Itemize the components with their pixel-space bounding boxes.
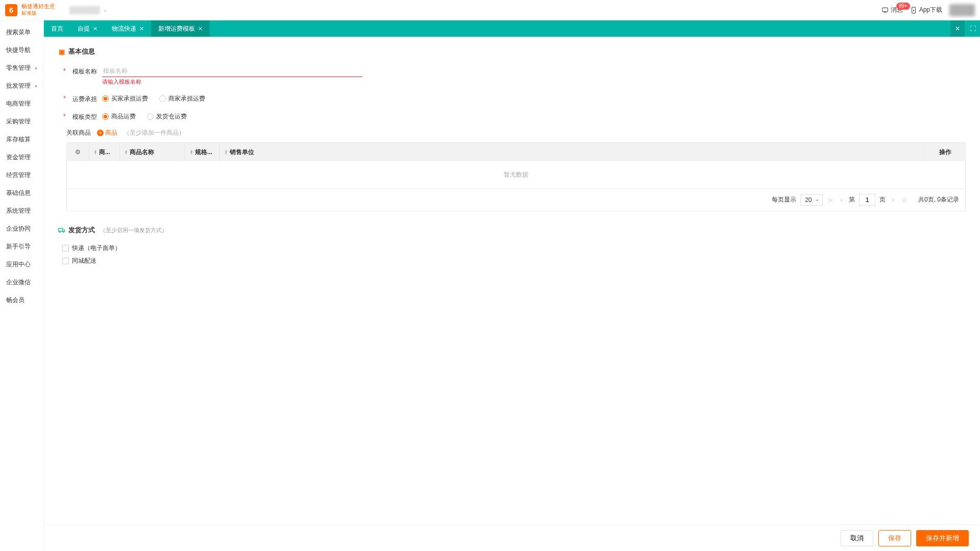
save-and-new-button[interactable]: 保存并新增 xyxy=(916,530,969,546)
close-icon[interactable]: ✕ xyxy=(139,26,144,32)
pager-last[interactable]: >| xyxy=(900,197,908,203)
org-selector[interactable]: ⌄ xyxy=(69,6,107,14)
info-icon: ▣ xyxy=(58,48,65,55)
sidebar-item-label: 搜索菜单 xyxy=(6,28,31,37)
sidebar: 搜索菜单快捷导航零售管理▾批发管理▾电商管理采购管理库存核算资金管理经营管理基础… xyxy=(0,20,44,551)
template-name-label: 模板名称 xyxy=(66,65,102,76)
truck-icon xyxy=(58,227,65,234)
template-name-input[interactable] xyxy=(102,65,362,77)
pager-next[interactable]: > xyxy=(890,197,896,203)
table-header: ▲▼商... ▲▼商品名称 ▲▼规格... ▲▼销售单位 操作 xyxy=(67,143,965,161)
express-checkbox[interactable]: 快递（电子面单） xyxy=(62,244,966,253)
radio-icon xyxy=(102,113,109,120)
page-summary: 共0页, 0条记录 xyxy=(918,195,959,204)
sidebar-item-label: 企业协同 xyxy=(6,224,31,233)
tab-label: 物流快递 xyxy=(112,24,136,33)
close-tab-button[interactable]: ✕ xyxy=(950,20,965,37)
org-name-blurred xyxy=(69,6,100,14)
per-page-select[interactable]: 20 xyxy=(800,194,822,206)
download-icon xyxy=(910,7,917,14)
sidebar-item[interactable]: 电商管理 xyxy=(0,95,43,113)
messages-badge: 99+ xyxy=(896,3,910,10)
th-name[interactable]: ▲▼商品名称 xyxy=(120,143,185,161)
page-input[interactable] xyxy=(859,194,875,206)
th-spec[interactable]: ▲▼规格... xyxy=(185,143,220,161)
sort-icon: ▲▼ xyxy=(93,149,97,155)
checkbox-label: 同城配送 xyxy=(72,257,96,265)
checkbox-icon xyxy=(62,258,69,264)
sidebar-item-label: 应用中心 xyxy=(6,260,31,269)
tab[interactable]: 首页 xyxy=(44,20,70,37)
close-icon[interactable]: ✕ xyxy=(198,26,203,32)
tab-label: 首页 xyxy=(51,24,63,33)
per-page-label: 每页显示 xyxy=(772,195,796,204)
save-button[interactable]: 保存 xyxy=(878,530,911,546)
fullscreen-button[interactable]: ⛶ xyxy=(966,20,980,37)
cancel-button[interactable]: 取消 xyxy=(841,530,873,546)
pager-first[interactable]: |< xyxy=(827,197,835,203)
sidebar-item[interactable]: 库存核算 xyxy=(0,131,43,148)
sidebar-item[interactable]: 企业微信 xyxy=(0,273,43,291)
sidebar-item[interactable]: 零售管理▾ xyxy=(0,59,43,77)
local-delivery-checkbox[interactable]: 同城配送 xyxy=(62,257,966,265)
bearer-buyer-radio[interactable]: 买家承担运费 xyxy=(102,94,148,103)
sidebar-item-label: 批发管理 xyxy=(6,82,31,90)
products-table: ▲▼商... ▲▼商品名称 ▲▼规格... ▲▼销售单位 操作 暂无数据 每页显… xyxy=(66,142,966,211)
add-product-button[interactable]: + 商品 xyxy=(97,129,117,137)
sidebar-item[interactable]: 畅会员 xyxy=(0,291,43,309)
freight-bearer-group: 买家承担运费 商家承担运费 xyxy=(102,93,205,103)
sidebar-item[interactable]: 采购管理 xyxy=(0,113,43,131)
sidebar-item-label: 资金管理 xyxy=(6,153,31,162)
tab-label: 自提 xyxy=(78,24,90,33)
sidebar-item[interactable]: 基础信息 xyxy=(0,184,43,202)
th-code[interactable]: ▲▼商... xyxy=(89,143,120,161)
tab[interactable]: 自提✕ xyxy=(70,20,105,37)
pager-prev[interactable]: < xyxy=(839,197,845,203)
logo-icon: 6 xyxy=(5,4,17,16)
messages-button[interactable]: 消息 99+ xyxy=(881,6,903,14)
template-type-row: 模板类型 商品运费 发货仓运费 xyxy=(58,111,966,121)
download-button[interactable]: App下载 xyxy=(910,6,942,14)
app-header: 6 畅捷通好生意 标准版 ⌄ 消息 99+ App下载 xyxy=(0,0,980,20)
header-left: 6 畅捷通好生意 标准版 ⌄ xyxy=(5,3,107,16)
th-label: 商品名称 xyxy=(130,148,154,157)
page-suffix: 页 xyxy=(879,195,886,204)
related-products-label: 关联商品 xyxy=(66,129,91,137)
svg-rect-0 xyxy=(882,8,888,12)
sidebar-item[interactable]: 应用中心 xyxy=(0,256,43,273)
th-unit[interactable]: ▲▼销售单位 xyxy=(220,143,925,161)
th-settings[interactable] xyxy=(67,143,89,161)
tab-actions: ✕ ⛶ xyxy=(950,20,980,37)
shipping-label: 发货方式 xyxy=(68,226,95,235)
brand-line2: 标准版 xyxy=(21,10,55,17)
type-product-radio[interactable]: 商品运费 xyxy=(102,112,136,121)
radio-icon xyxy=(102,95,109,102)
sidebar-item-label: 新手引导 xyxy=(6,242,31,251)
template-name-row: 模板名称 请输入模板名称 xyxy=(58,65,966,86)
caret-down-icon: ▾ xyxy=(35,84,37,89)
sidebar-item[interactable]: 经营管理 xyxy=(0,166,43,184)
sidebar-item[interactable]: 企业协同 xyxy=(0,220,43,238)
sidebar-item[interactable]: 新手引导 xyxy=(0,238,43,256)
download-label: App下载 xyxy=(919,6,942,14)
sidebar-item-label: 基础信息 xyxy=(6,189,31,197)
sidebar-item[interactable]: 资金管理 xyxy=(0,148,43,166)
sidebar-item-label: 企业微信 xyxy=(6,278,31,287)
template-type-label: 模板类型 xyxy=(66,111,102,121)
sidebar-item[interactable]: 系统管理 xyxy=(0,202,43,220)
type-warehouse-radio[interactable]: 发货仓运费 xyxy=(147,112,187,121)
bearer-seller-radio[interactable]: 商家承担运费 xyxy=(159,94,205,103)
sidebar-item[interactable]: 搜索菜单 xyxy=(0,23,43,41)
close-icon[interactable]: ✕ xyxy=(93,26,97,32)
radio-icon xyxy=(147,113,154,120)
shipping-title: 发货方式 （至少启用一项发货方式） xyxy=(58,226,966,235)
sidebar-item[interactable]: 快捷导航 xyxy=(0,41,43,59)
sort-icon: ▲▼ xyxy=(224,149,228,155)
tab[interactable]: 新增运费模板✕ xyxy=(151,20,210,37)
tab[interactable]: 物流快递✕ xyxy=(105,20,151,37)
svg-point-4 xyxy=(63,231,64,232)
radio-label: 商家承担运费 xyxy=(168,94,205,103)
user-avatar[interactable] xyxy=(949,4,975,16)
sidebar-item[interactable]: 批发管理▾ xyxy=(0,77,43,95)
brand-text: 畅捷通好生意 标准版 xyxy=(21,3,55,16)
